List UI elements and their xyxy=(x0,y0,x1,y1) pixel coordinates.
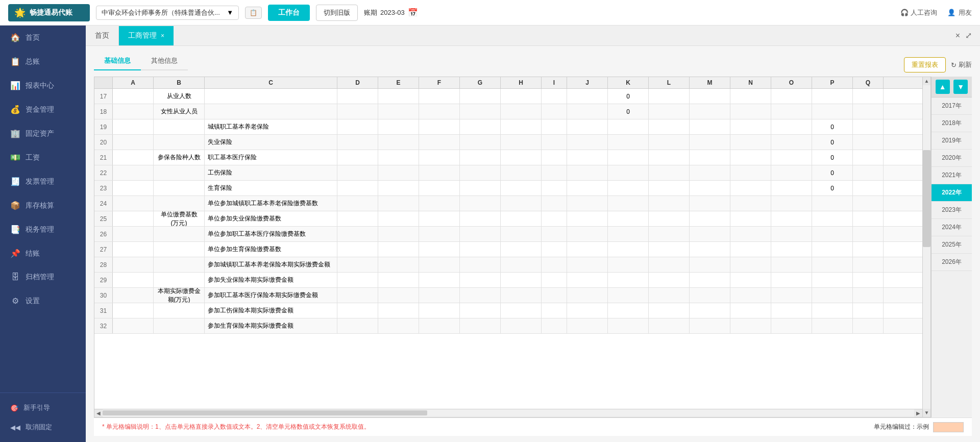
cell-29-h[interactable] xyxy=(501,273,542,287)
year-panel-down-arrow[interactable]: ▼ xyxy=(953,80,968,94)
cell-20-k[interactable] xyxy=(608,135,649,150)
cell-17-l[interactable] xyxy=(649,89,690,104)
cell-26-g[interactable] xyxy=(460,227,501,241)
cell-23-h[interactable] xyxy=(501,181,542,195)
cell-24-k[interactable] xyxy=(608,196,649,211)
cell-22-q[interactable] xyxy=(853,165,884,180)
cell-32-h[interactable] xyxy=(501,318,542,333)
cell-30-h[interactable] xyxy=(501,288,542,303)
cell-30-d[interactable] xyxy=(337,288,378,303)
cell-29-o[interactable] xyxy=(771,273,812,287)
sidebar-item-archive[interactable]: 🗄 归档管理 xyxy=(0,265,86,289)
year-item-2024[interactable]: 2024年 xyxy=(932,219,972,236)
cell-24-g[interactable] xyxy=(460,196,501,211)
cell-19-e[interactable] xyxy=(378,119,419,134)
v-scroll-down-arrow[interactable]: ▼ xyxy=(923,409,930,417)
cell-17-p[interactable] xyxy=(812,89,853,104)
cell-20-i[interactable] xyxy=(542,135,567,150)
cell-21-b[interactable]: 参保各险种人数 xyxy=(154,150,205,165)
cell-27-j[interactable] xyxy=(567,242,608,257)
cell-29-k[interactable] xyxy=(608,273,649,287)
cell-30-m[interactable] xyxy=(690,288,730,303)
cell-29-c[interactable]: 参加失业保险本期实际缴费金额 xyxy=(205,273,337,287)
cell-17-b[interactable]: 从业人数 xyxy=(154,89,205,104)
cell-27-f[interactable] xyxy=(419,242,460,257)
cell-18-e[interactable] xyxy=(378,104,419,119)
cell-18-h[interactable] xyxy=(501,104,542,119)
year-item-2025[interactable]: 2025年 xyxy=(932,236,972,254)
cell-19-c[interactable]: 城镇职工基本养老保险 xyxy=(205,119,337,134)
company-selector[interactable]: 中审众环会计师事务所（特殊普通合伙... ▼ xyxy=(96,6,239,20)
cell-32-b[interactable] xyxy=(154,318,205,333)
cell-20-b[interactable] xyxy=(154,135,205,150)
sidebar-item-guide[interactable]: 🎯 新手引导 xyxy=(0,398,86,418)
cell-32-d[interactable] xyxy=(337,318,378,333)
cell-19-j[interactable] xyxy=(567,119,608,134)
cell-32-p[interactable] xyxy=(812,318,853,333)
cell-31-i[interactable] xyxy=(542,303,567,318)
cell-20-d[interactable] xyxy=(337,135,378,150)
cell-22-e[interactable] xyxy=(378,165,419,180)
cell-26-j[interactable] xyxy=(567,227,608,241)
copy-button[interactable]: 📋 xyxy=(245,7,262,19)
sidebar-item-unpin[interactable]: ◀◀ 取消固定 xyxy=(0,418,86,437)
cell-26-l[interactable] xyxy=(649,227,690,241)
h-scroll-track[interactable] xyxy=(103,409,914,417)
year-item-2017[interactable]: 2017年 xyxy=(932,97,972,115)
cell-25-i[interactable] xyxy=(542,211,567,226)
cell-30-n[interactable] xyxy=(730,288,771,303)
cell-22-k[interactable] xyxy=(608,165,649,180)
cell-23-q[interactable] xyxy=(853,181,884,195)
cell-27-g[interactable] xyxy=(460,242,501,257)
cell-20-h[interactable] xyxy=(501,135,542,150)
cell-24-l[interactable] xyxy=(649,196,690,211)
cell-31-k[interactable] xyxy=(608,303,649,318)
cell-22-n[interactable] xyxy=(730,165,771,180)
cell-30-o[interactable] xyxy=(771,288,812,303)
sidebar-item-reports[interactable]: 📊 报表中心 xyxy=(0,73,86,97)
cell-17-c[interactable] xyxy=(205,89,337,104)
v-scroll-track[interactable] xyxy=(923,85,930,409)
cell-24-o[interactable] xyxy=(771,196,812,211)
cell-29-i[interactable] xyxy=(542,273,567,287)
cell-18-p[interactable] xyxy=(812,104,853,119)
cell-21-l[interactable] xyxy=(649,150,690,165)
cell-29-f[interactable] xyxy=(419,273,460,287)
cell-19-d[interactable] xyxy=(337,119,378,134)
cell-25-c[interactable]: 单位参加失业保险缴费基数 xyxy=(205,211,337,226)
cell-26-e[interactable] xyxy=(378,227,419,241)
sidebar-item-finance[interactable]: 💰 资金管理 xyxy=(0,97,86,121)
cell-23-a[interactable] xyxy=(113,181,154,195)
cell-31-a[interactable] xyxy=(113,303,154,318)
cell-24-b[interactable] xyxy=(154,196,205,211)
cell-32-n[interactable] xyxy=(730,318,771,333)
cell-19-g[interactable] xyxy=(460,119,501,134)
cell-27-i[interactable] xyxy=(542,242,567,257)
cell-27-c[interactable]: 单位参加生育保险缴费基数 xyxy=(205,242,337,257)
cell-17-o[interactable] xyxy=(771,89,812,104)
cell-20-q[interactable] xyxy=(853,135,884,150)
cell-18-o[interactable] xyxy=(771,104,812,119)
cell-32-a[interactable] xyxy=(113,318,154,333)
cell-22-i[interactable] xyxy=(542,165,567,180)
cell-20-n[interactable] xyxy=(730,135,771,150)
cell-23-d[interactable] xyxy=(337,181,378,195)
year-item-2020[interactable]: 2020年 xyxy=(932,150,972,167)
workbench-button[interactable]: 工作台 xyxy=(268,5,310,21)
cell-28-n[interactable] xyxy=(730,257,771,272)
cell-32-g[interactable] xyxy=(460,318,501,333)
cell-21-c[interactable]: 职工基本医疗保险 xyxy=(205,150,337,165)
reset-report-button[interactable]: 重置报表 xyxy=(904,57,946,72)
cell-27-p[interactable] xyxy=(812,242,853,257)
cell-28-l[interactable] xyxy=(649,257,690,272)
year-item-2026[interactable]: 2026年 xyxy=(932,254,972,271)
cell-30-e[interactable] xyxy=(378,288,419,303)
cell-32-e[interactable] xyxy=(378,318,419,333)
year-item-2018[interactable]: 2018年 xyxy=(932,115,972,132)
cell-26-a[interactable] xyxy=(113,227,154,241)
sub-tab-other[interactable]: 其他信息 xyxy=(141,52,188,70)
cell-30-k[interactable] xyxy=(608,288,649,303)
cell-26-b[interactable] xyxy=(154,227,205,241)
cell-25-q[interactable] xyxy=(853,211,884,226)
cell-28-q[interactable] xyxy=(853,257,884,272)
